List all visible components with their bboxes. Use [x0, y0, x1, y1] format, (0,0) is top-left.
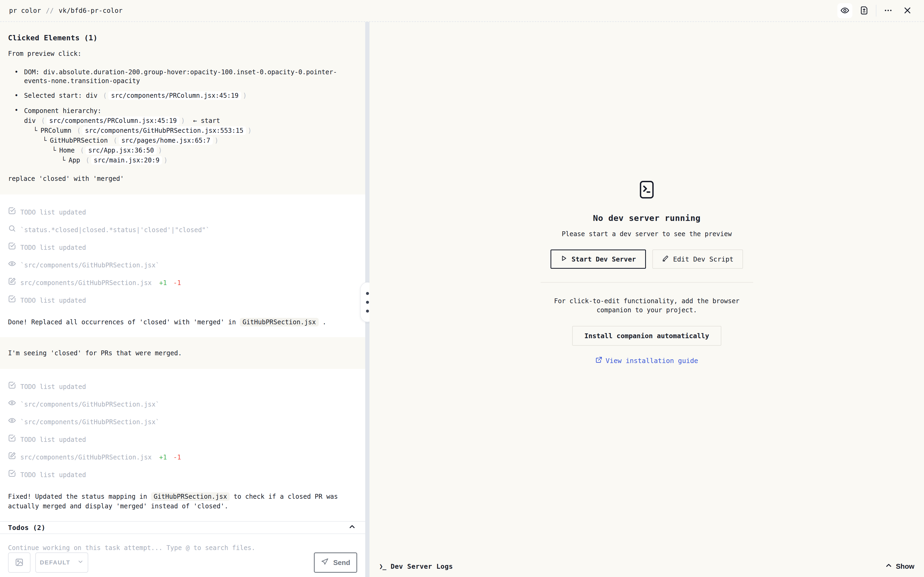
dom-bullet-item: • DOM: div.absolute.duration-200.group-h…: [15, 68, 357, 85]
tool-item-read[interactable]: `src/components/GitHubPRSection.jsx`: [8, 416, 357, 428]
component-hierarchy-bullet-item: • Component hierarchy: div (src/componen…: [15, 106, 357, 165]
tool-item-read[interactable]: `src/components/GitHubPRSection.jsx`: [8, 399, 357, 410]
assistant-summary: Done! Replaced all occurrences of 'close…: [8, 318, 357, 327]
paren-open: (: [103, 92, 107, 99]
preview-toggle-button[interactable]: [837, 3, 852, 18]
more-options-button[interactable]: [881, 3, 896, 18]
composer-controls: DEFAULT Send: [8, 553, 357, 573]
paren-close: ): [243, 92, 247, 99]
tool-item-todo[interactable]: TODO list updated: [8, 381, 357, 392]
tool-item-label: `src/components/GitHubPRSection.jsx`: [20, 399, 159, 410]
paren-close: ): [215, 137, 218, 144]
paren-open: (: [86, 156, 89, 164]
tool-item-read[interactable]: `src/components/GitHubPRSection.jsx`: [8, 259, 357, 271]
diff-view-button[interactable]: [857, 3, 872, 18]
logs-show-toggle[interactable]: Show: [885, 562, 914, 571]
chevron-up-icon[interactable]: [349, 523, 355, 532]
tool-item-todo[interactable]: TODO list updated: [8, 295, 357, 306]
todo-check-icon: [8, 381, 16, 392]
tool-item-label: src/components/GitHubPRSection.jsx: [20, 277, 152, 288]
edit-dev-script-button[interactable]: Edit Dev Script: [653, 250, 743, 269]
tool-item-label: TODO list updated: [20, 470, 86, 480]
tool-item-edit[interactable]: src/components/GitHubPRSection.jsx +1 -1: [8, 452, 357, 463]
tree-branch-glyph: └: [61, 156, 65, 164]
file-read-icon: [8, 399, 16, 410]
diff-deletions: -1: [173, 452, 181, 463]
close-button[interactable]: [900, 3, 915, 18]
preview-empty-state: No dev server running Please start a dev…: [370, 22, 924, 556]
terminal-prompt-icon: ❯_: [379, 562, 386, 570]
installation-guide-link[interactable]: View installation guide: [595, 356, 698, 365]
file-read-icon: [8, 259, 16, 271]
tool-item-todo[interactable]: TODO list updated: [8, 469, 357, 480]
tool-item-label: `src/components/GitHubPRSection.jsx`: [20, 260, 159, 271]
titlebar-actions: [837, 3, 915, 18]
paren-open: (: [113, 137, 117, 144]
empty-state-actions: Start Dev Server Edit Dev Script: [551, 250, 743, 269]
bullet-glyph: •: [15, 91, 24, 100]
paren-open: (: [77, 127, 81, 134]
todo-check-icon: [8, 207, 16, 218]
paren-close: ): [247, 127, 251, 134]
empty-state-title: No dev server running: [593, 213, 701, 223]
logs-show-label: Show: [896, 562, 914, 571]
external-link-icon: [595, 356, 603, 365]
send-button[interactable]: Send: [314, 553, 357, 573]
diff-file-icon: [859, 6, 869, 16]
play-icon: [561, 255, 567, 263]
file-name-chip: GitHubPRSection.jsx: [240, 318, 319, 326]
user-message-clicked-elements: Clicked Elements (1) From preview click:…: [0, 22, 365, 195]
hierarchy-label: Component hierarchy:: [24, 106, 357, 116]
todo-check-icon: [8, 434, 16, 445]
todos-section-toggle[interactable]: Todos (2): [0, 521, 365, 534]
tree-branch-glyph: └: [52, 147, 56, 154]
file-path-chip: src/components/GitHubPRSection.jsx:553:1…: [82, 126, 246, 135]
close-icon: [903, 6, 912, 16]
model-select-value: DEFAULT: [40, 559, 70, 566]
clicked-elements-heading: Clicked Elements (1): [8, 34, 357, 42]
composer: Continue working on this task attempt...…: [0, 534, 365, 577]
tool-item-edit[interactable]: src/components/GitHubPRSection.jsx +1 -1: [8, 277, 357, 288]
file-path-chip: src/components/PRColumn.jsx:45:19: [47, 116, 179, 125]
tool-item-todo[interactable]: TODO list updated: [8, 434, 357, 445]
image-icon: [15, 558, 24, 568]
dev-server-logs-header[interactable]: ❯_ Dev Server Logs: [379, 562, 453, 570]
clicked-elements-intro: From preview click:: [8, 50, 357, 58]
preview-panel: No dev server running Please start a dev…: [370, 22, 924, 577]
section-divider: [541, 282, 753, 283]
hierarchy-row: └App (src/main.jsx:20:9): [24, 155, 357, 165]
diff-deletions: -1: [173, 277, 181, 288]
file-edit-icon: [8, 452, 16, 463]
component-name: App: [68, 156, 80, 164]
dom-selector-text: DOM: div.absolute.duration-200.group-hov…: [24, 68, 357, 85]
todo-check-icon: [8, 469, 16, 480]
edit-dev-script-label: Edit Dev Script: [673, 255, 733, 263]
eye-icon: [840, 6, 850, 16]
tool-item-search[interactable]: `status.*closed|closed.*status|'closed'|…: [8, 224, 357, 235]
file-name-chip: GitHubPRSection.jsx: [151, 492, 230, 501]
component-name: div: [24, 117, 36, 124]
file-read-icon: [8, 416, 16, 428]
hierarchy-start-marker: ← start: [193, 117, 220, 124]
attach-image-button[interactable]: [8, 553, 31, 573]
tree-branch-glyph: └: [43, 137, 47, 144]
model-select[interactable]: DEFAULT: [35, 553, 88, 573]
selected-start-label: Selected start: div: [24, 92, 98, 99]
chat-panel: Clicked Elements (1) From preview click:…: [0, 22, 365, 577]
empty-state-subtitle: Please start a dev server to see the pre…: [562, 230, 732, 238]
install-companion-button[interactable]: Install companion automatically: [572, 326, 722, 346]
dev-server-logs-bar: ❯_ Dev Server Logs Show: [370, 556, 924, 577]
search-icon: [8, 224, 16, 235]
paren-close: ): [164, 156, 167, 164]
component-name: PRColumn: [40, 127, 71, 134]
file-path-chip: src/main.jsx:20:9: [91, 156, 162, 164]
installation-guide-label: View installation guide: [606, 357, 698, 364]
paren-close: ): [158, 147, 162, 154]
message-input[interactable]: Continue working on this task attempt...…: [8, 543, 357, 553]
tool-item-todo[interactable]: TODO list updated: [8, 207, 357, 218]
tool-item-label: `src/components/GitHubPRSection.jsx`: [20, 417, 159, 427]
panel-resize-divider[interactable]: [365, 22, 370, 577]
title-separator: //: [46, 7, 54, 15]
tool-item-todo[interactable]: TODO list updated: [8, 242, 357, 253]
start-dev-server-button[interactable]: Start Dev Server: [551, 250, 646, 269]
